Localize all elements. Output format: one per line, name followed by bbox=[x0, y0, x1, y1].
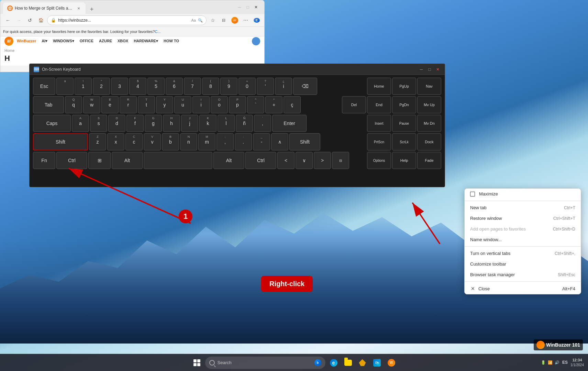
key-fn[interactable]: Fn bbox=[33, 152, 55, 169]
key-w[interactable]: Ww bbox=[83, 96, 100, 113]
key-shift-right[interactable]: Shift bbox=[289, 133, 320, 150]
profile-button[interactable]: W bbox=[230, 15, 240, 25]
tab-close-button[interactable]: ✕ bbox=[76, 5, 81, 11]
key-semicolon[interactable]: Ññ bbox=[236, 115, 253, 132]
taskbar-winbuzzer[interactable]: W bbox=[385, 357, 398, 369]
key-d[interactable]: Dd bbox=[108, 115, 125, 132]
taskbar-edge[interactable]: e bbox=[328, 357, 340, 369]
key-5[interactable]: %5 bbox=[147, 78, 165, 95]
key-y[interactable]: Yy bbox=[156, 96, 173, 113]
key-fade[interactable]: Fade bbox=[417, 152, 441, 169]
key-nav[interactable]: Nav bbox=[417, 78, 441, 95]
key-v[interactable]: Vv bbox=[144, 133, 161, 150]
key-enter[interactable]: Enter bbox=[272, 115, 307, 132]
close-button[interactable]: ✕ bbox=[253, 4, 259, 10]
key-k[interactable]: Kk bbox=[199, 115, 217, 132]
key-backslash[interactable]: ç bbox=[284, 96, 301, 113]
key-down-arrow[interactable]: ∨ bbox=[296, 152, 313, 169]
osk-maximize-button[interactable]: □ bbox=[427, 67, 432, 72]
key-mvdn[interactable]: Mv Dn bbox=[417, 115, 441, 132]
key-up-arrow[interactable]: ∧ bbox=[271, 133, 288, 150]
key-ctrl-left[interactable]: Ctrl bbox=[56, 152, 87, 169]
key-mvup[interactable]: Mv Up bbox=[417, 96, 441, 113]
address-bar[interactable]: 🔒 https://winbuzze... Aa 🔍 bbox=[47, 15, 207, 25]
key-bracket-close[interactable]: *+ bbox=[265, 96, 282, 113]
key-shift-left[interactable]: Shift bbox=[33, 133, 88, 150]
key-9[interactable]: )9 bbox=[220, 78, 237, 95]
context-menu-restore[interactable]: Restore window Ctrl+Shift+T bbox=[465, 213, 581, 224]
key-b[interactable]: Bb bbox=[162, 133, 179, 150]
key-h[interactable]: Hh bbox=[163, 115, 180, 132]
key-ctrl-right[interactable]: Ctrl bbox=[245, 152, 276, 169]
key-equals[interactable]: ¿i bbox=[275, 78, 292, 95]
key-slash[interactable]: _- bbox=[253, 133, 270, 150]
nav-office[interactable]: OFFICE bbox=[80, 39, 93, 43]
key-4[interactable]: $4 bbox=[129, 78, 146, 95]
favorites-button[interactable]: ☆ bbox=[208, 15, 218, 25]
osk-minimize-button[interactable]: ─ bbox=[419, 67, 424, 72]
key-backspace[interactable]: ⌫ bbox=[293, 78, 317, 95]
context-menu-maximize[interactable]: Maximize bbox=[465, 189, 581, 199]
key-0[interactable]: =0 bbox=[238, 78, 256, 95]
key-8[interactable]: (8 bbox=[202, 78, 219, 95]
key-backtick[interactable]: a bbox=[56, 78, 74, 95]
key-j[interactable]: Jj bbox=[181, 115, 198, 132]
forward-button[interactable]: → bbox=[14, 15, 24, 25]
key-t[interactable]: Tt bbox=[138, 96, 155, 113]
key-context-menu[interactable]: ⊟ bbox=[332, 152, 349, 169]
nav-windows[interactable]: WINDOWS▾ bbox=[53, 39, 74, 43]
new-tab-button[interactable]: + bbox=[87, 4, 97, 14]
key-alt-left[interactable]: Alt bbox=[112, 152, 143, 169]
key-3[interactable]: ·3 bbox=[111, 78, 128, 95]
user-avatar[interactable] bbox=[252, 37, 260, 45]
key-o[interactable]: Oo bbox=[211, 96, 228, 113]
nav-ai[interactable]: AI▾ bbox=[42, 39, 47, 43]
key-n[interactable]: Nn bbox=[180, 133, 197, 150]
key-dock[interactable]: Dock bbox=[417, 133, 441, 150]
clock[interactable]: 12:34 1/1/2024 bbox=[570, 358, 584, 368]
key-u[interactable]: Uu bbox=[174, 96, 191, 113]
sidebar-button[interactable]: E bbox=[252, 15, 262, 25]
key-m[interactable]: Mm bbox=[198, 133, 215, 150]
context-menu-vertical-tabs[interactable]: Turn on vertical tabs Ctrl+Shift+, bbox=[465, 248, 581, 259]
key-pgdn[interactable]: PgDn bbox=[392, 96, 416, 113]
key-x[interactable]: Xx bbox=[107, 133, 124, 150]
key-end[interactable]: End bbox=[367, 96, 391, 113]
key-6[interactable]: &6 bbox=[166, 78, 183, 95]
key-i[interactable]: Ii bbox=[192, 96, 210, 113]
back-button[interactable]: ← bbox=[3, 15, 13, 25]
minimize-button[interactable]: ─ bbox=[237, 4, 242, 10]
key-g[interactable]: Gg bbox=[145, 115, 162, 132]
key-insert[interactable]: Insert bbox=[367, 115, 391, 132]
key-options[interactable]: Options bbox=[367, 152, 391, 169]
key-1[interactable]: !1 bbox=[75, 78, 92, 95]
start-button[interactable] bbox=[191, 357, 203, 369]
key-l[interactable]: Ll bbox=[218, 115, 235, 132]
context-menu-name-window[interactable]: Name window... bbox=[465, 234, 581, 245]
key-help[interactable]: Help bbox=[392, 152, 416, 169]
key-home[interactable]: Home bbox=[367, 78, 391, 95]
active-tab[interactable]: How to Merge or Split Cells and ✕ bbox=[3, 2, 86, 14]
context-menu-customize[interactable]: Customize toolbar bbox=[465, 259, 581, 269]
home-button[interactable]: 🏠 bbox=[36, 15, 46, 25]
taskbar-search-app[interactable] bbox=[356, 357, 369, 369]
key-comma[interactable]: ;, bbox=[217, 133, 234, 150]
key-minus[interactable]: ?' bbox=[257, 78, 274, 95]
split-view-button[interactable]: ⊟ bbox=[219, 15, 229, 25]
key-caps[interactable]: Caps bbox=[33, 115, 71, 132]
key-right-arrow[interactable]: > bbox=[314, 152, 331, 169]
key-s[interactable]: Ss bbox=[90, 115, 107, 132]
key-scrlk[interactable]: ScrLk bbox=[392, 133, 416, 150]
key-e[interactable]: Ee bbox=[101, 96, 119, 113]
context-menu-new-tab[interactable]: New tab Ctrl+T bbox=[465, 202, 581, 213]
nav-hardware[interactable]: HARDWARE▾ bbox=[134, 39, 158, 43]
context-menu-close[interactable]: ✕ Close Alt+F4 bbox=[465, 283, 581, 294]
key-r[interactable]: Rr bbox=[120, 96, 137, 113]
key-tab[interactable]: Tab bbox=[33, 96, 64, 113]
key-pgup[interactable]: PgUp bbox=[392, 78, 416, 95]
key-del[interactable]: Del bbox=[342, 96, 366, 113]
key-win-left[interactable]: ⊞ bbox=[88, 152, 111, 169]
context-menu-task-manager[interactable]: Browser task manager Shift+Esc bbox=[465, 269, 581, 280]
key-2[interactable]: "2 bbox=[93, 78, 110, 95]
key-f[interactable]: Ff bbox=[126, 115, 144, 132]
